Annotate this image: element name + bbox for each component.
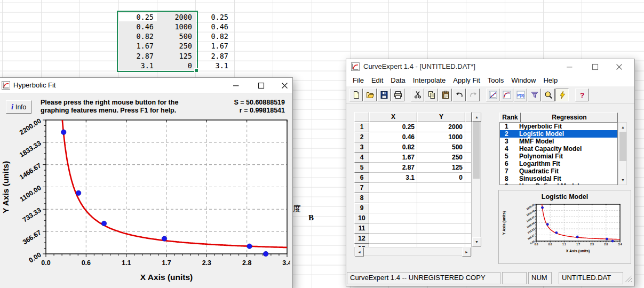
regression-item-sinusoidal-fit[interactable]: 8Sinusoidal Fit	[500, 175, 617, 182]
regression-item-quadratic-fit[interactable]: 7Quadratic Fit	[500, 167, 617, 175]
new-button[interactable]	[349, 89, 363, 101]
spreadsheet-cell[interactable]: 3.1	[196, 61, 230, 70]
filter-button[interactable]	[528, 89, 541, 101]
grid-cell-extra[interactable]	[465, 223, 472, 234]
grid-cell-y[interactable]	[417, 213, 465, 223]
curve-fit-button[interactable]	[500, 89, 513, 101]
grid-cell-y[interactable]	[417, 203, 465, 213]
save-button[interactable]	[377, 89, 391, 101]
grid-cell-y[interactable]	[417, 223, 465, 234]
grid-column-header-extra[interactable]	[465, 112, 472, 122]
grid-cell-x[interactable]: 0.82	[369, 142, 417, 153]
minimize-button[interactable]	[561, 59, 578, 74]
spreadsheet-cell[interactable]: 0.46	[118, 22, 155, 31]
help-button[interactable]: ?	[575, 89, 589, 101]
menu-window[interactable]: Window	[507, 75, 539, 85]
grid-row-header[interactable]: 8	[354, 193, 369, 203]
open-button[interactable]	[363, 89, 377, 101]
scroll-down-icon[interactable]: ▼	[618, 175, 627, 185]
grid-cell-y[interactable]: 1000	[417, 132, 465, 142]
grid-cell-extra[interactable]	[465, 213, 472, 223]
main-window-titlebar[interactable]: CurveExpert 1.4 - [UNTITLED.DAT*]	[346, 59, 634, 75]
cut-button[interactable]	[411, 89, 424, 101]
close-button[interactable]	[276, 78, 293, 93]
grid-cell-extra[interactable]	[465, 234, 472, 244]
rank-column-header[interactable]: Rank	[499, 113, 521, 123]
spreadsheet-cell[interactable]: 3.1	[118, 61, 155, 70]
grid-cell-extra[interactable]	[465, 203, 472, 213]
grid-cell-extra[interactable]	[465, 163, 472, 173]
spreadsheet-cell[interactable]: 2.87	[196, 51, 230, 61]
regression-item-user-defined-model[interactable]: 9User-Defined Model	[500, 182, 617, 185]
grid-cell-x[interactable]: 3.1	[369, 173, 417, 183]
grid-cell-extra[interactable]	[465, 122, 472, 132]
grid-cell-y[interactable]: 250	[417, 153, 465, 163]
grid-row-header[interactable]: 1	[354, 122, 369, 132]
scrollbar-thumb[interactable]	[473, 122, 480, 179]
regression-column-header[interactable]: Regression	[521, 113, 618, 123]
grid-cell-y[interactable]	[417, 193, 465, 203]
grid-row-header[interactable]: 7	[354, 183, 369, 193]
menu-tools[interactable]: Tools	[484, 75, 507, 85]
menu-help[interactable]: Help	[539, 75, 561, 85]
spreadsheet-cell[interactable]: 125	[157, 51, 194, 61]
spreadsheet-cell[interactable]: 250	[157, 41, 194, 51]
grid-cell-y[interactable]: 0	[417, 173, 465, 183]
copy-button[interactable]	[425, 89, 438, 101]
spreadsheet-cell[interactable]: 2000	[157, 12, 194, 22]
grid-row-header[interactable]: 4	[354, 153, 369, 163]
grid-row-header[interactable]: 11	[354, 223, 369, 234]
fit-chart-plot[interactable]: 0.00.61.11.72.32.83.40.00366.67733.33110…	[1, 115, 290, 288]
spreadsheet-cell[interactable]: 0.82	[196, 31, 230, 41]
grid-cell-y[interactable]: 125	[417, 163, 465, 173]
regression-item-mmf-model[interactable]: 3MMF Model	[500, 138, 617, 145]
grid-cell-x[interactable]	[369, 203, 417, 213]
regression-item-polynomial-fit[interactable]: 5Polynomial Fit	[500, 153, 617, 160]
regression-list-scrollbar[interactable]: ▲ ▼	[618, 122, 627, 185]
grid-cell-x[interactable]	[369, 183, 417, 193]
scroll-right-icon[interactable]: ►	[462, 247, 471, 257]
grid-cell-x[interactable]	[369, 213, 417, 223]
grid-cell-x[interactable]: 2.87	[369, 163, 417, 173]
print-button[interactable]	[391, 89, 404, 101]
grid-cell-x[interactable]	[369, 223, 417, 234]
scroll-up-icon[interactable]: ▲	[472, 113, 481, 122]
spreadsheet-cell[interactable]: 0.82	[118, 31, 155, 41]
scroll-up-icon[interactable]: ▲	[618, 123, 627, 132]
grid-row-header[interactable]: 10	[354, 213, 369, 223]
grid-column-header-y[interactable]: Y	[417, 112, 465, 122]
scroll-down-icon[interactable]: ▼	[472, 237, 481, 246]
spreadsheet-cell[interactable]: 1.67	[118, 41, 155, 51]
menu-interpolate[interactable]: Interpolate	[409, 75, 449, 85]
redo-button[interactable]	[466, 89, 480, 101]
grid-vscrollbar[interactable]: ▲▼	[472, 112, 481, 247]
regression-item-heat-capacity-model[interactable]: 4Heat Capacity Model	[500, 145, 617, 153]
spreadsheet-cell[interactable]: 2.87	[118, 51, 155, 61]
grid-cell-extra[interactable]	[465, 142, 472, 153]
menu-data[interactable]: Data	[387, 75, 409, 85]
scrollbar-thumb[interactable]	[619, 132, 626, 161]
info-button[interactable]: i Info	[6, 100, 31, 114]
grid-row-header[interactable]: 12	[354, 234, 369, 244]
spreadsheet-cell[interactable]: 0.25	[196, 12, 230, 22]
grid-row-header[interactable]: 2	[354, 132, 369, 142]
undo-button[interactable]	[452, 89, 466, 101]
grid-cell-x[interactable]	[369, 193, 417, 203]
grid-row-header[interactable]: 6	[354, 173, 369, 183]
regression-item-logarithm-fit[interactable]: 6Logarithm Fit	[500, 160, 617, 167]
grid-cell-x[interactable]: 0.46	[369, 132, 417, 142]
polynomial-button[interactable]: P(x)	[514, 89, 527, 101]
grid-cell-y[interactable]	[417, 183, 465, 193]
spreadsheet-cell[interactable]: 1.67	[196, 41, 230, 51]
spreadsheet-cell[interactable]: 0	[157, 61, 194, 70]
regression-item-hyperbolic-fit[interactable]: 1Hyperbolic Fit	[500, 123, 617, 130]
minimize-button[interactable]	[227, 78, 244, 93]
resize-grip[interactable]	[624, 275, 632, 283]
maximize-button[interactable]	[586, 59, 603, 74]
grid-cell-extra[interactable]	[465, 153, 472, 163]
grid-cell-extra[interactable]	[465, 193, 472, 203]
grid-cell-x[interactable]: 0.25	[369, 122, 417, 132]
grid-cell-extra[interactable]	[465, 173, 472, 183]
grid-row-header[interactable]: 3	[354, 142, 369, 153]
grid-cell-extra[interactable]	[465, 132, 472, 142]
